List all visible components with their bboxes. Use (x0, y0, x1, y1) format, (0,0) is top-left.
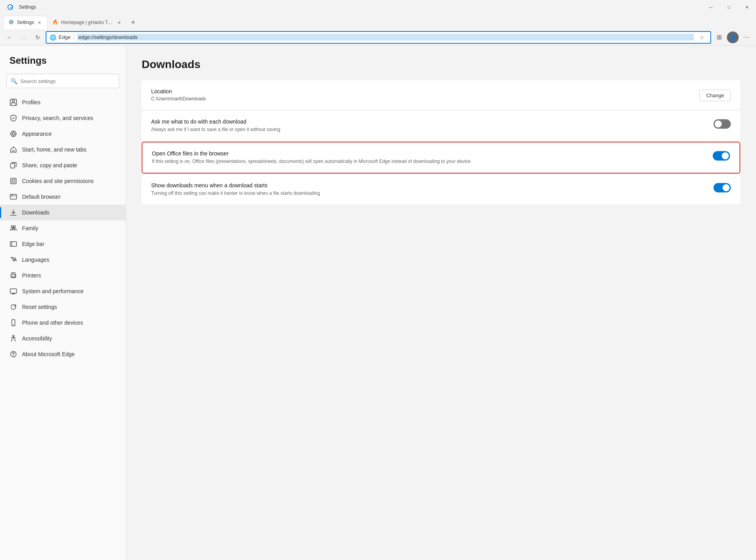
sidebar-item-start-home-label: Start, home, and new tabs (22, 146, 86, 153)
sidebar-item-accessibility-label: Accessibility (22, 335, 52, 342)
search-input[interactable] (20, 78, 115, 84)
open-office-toggle[interactable] (713, 151, 730, 161)
sidebar-item-system-label: System and performance (22, 288, 83, 294)
sidebar-item-languages[interactable]: Languages (0, 252, 126, 268)
open-office-card: Open Office files in the browser If this… (142, 142, 740, 174)
show-downloads-slider (713, 183, 731, 192)
close-button[interactable]: ✕ (738, 0, 756, 14)
show-downloads-title: Show downloads menu when a download star… (151, 182, 707, 189)
sidebar-item-start-home[interactable]: Start, home, and new tabs (0, 142, 126, 157)
location-row: Location C:\Users\marti\Downloads Change (142, 80, 740, 110)
forward-button[interactable]: → (17, 31, 30, 44)
address-url[interactable]: edge://settings/downloads (77, 34, 694, 41)
sidebar-item-accessibility[interactable]: Accessibility (0, 331, 126, 346)
system-icon (9, 287, 17, 295)
sidebar-item-about-label: About Microsoft Edge (22, 351, 75, 357)
sidebar-item-profiles[interactable]: Profiles (0, 94, 126, 110)
back-button[interactable]: ← (3, 31, 16, 44)
sidebar-title: Settings (0, 55, 126, 74)
ask-download-row: Ask me what to do with each download Alw… (142, 111, 740, 141)
svg-rect-9 (11, 163, 15, 168)
browser-content: Settings 🔍 Profiles Privacy, search, and… (0, 46, 756, 560)
search-box[interactable]: 🔍 (6, 74, 119, 88)
change-button[interactable]: Change (699, 90, 731, 101)
ask-download-card: Ask me what to do with each download Alw… (142, 111, 740, 141)
svg-rect-10 (11, 178, 16, 184)
sidebar-item-cookies[interactable]: Cookies and site permissions (0, 173, 126, 189)
sidebar-item-printers[interactable]: Printers (0, 268, 126, 283)
profile-button[interactable]: 👤 (727, 31, 739, 43)
active-tab-title: Settings (19, 4, 36, 10)
sidebar-item-default-browser-label: Default browser (22, 194, 61, 200)
nav-bar: ← → ↻ 🌐 Edge edge://settings/downloads ☆… (0, 29, 756, 46)
sidebar-item-appearance-label: Appearance (22, 131, 52, 137)
profiles-icon (9, 98, 17, 106)
printers-icon (9, 272, 17, 279)
tab-settings-label: Settings (17, 20, 34, 25)
start-home-icon (9, 146, 17, 153)
edge-bar-icon (9, 240, 17, 248)
ask-download-toggle[interactable] (713, 119, 731, 129)
svg-point-36 (13, 356, 14, 357)
share-copy-icon (9, 161, 17, 169)
svg-rect-12 (14, 179, 15, 181)
tab-settings-close[interactable]: ✕ (36, 19, 43, 26)
ask-download-slider (713, 119, 731, 129)
appearance-icon (9, 130, 17, 138)
location-card: Location C:\Users\marti\Downloads Change (142, 80, 740, 110)
svg-point-27 (15, 275, 16, 276)
tab-ghacks[interactable]: 🔥 Homepage | gHacks Technology ✕ (48, 16, 126, 29)
address-actions: ☆ (696, 32, 707, 43)
family-icon (9, 224, 17, 232)
sidebar-item-edge-bar-label: Edge bar (22, 241, 44, 247)
sidebar-item-languages-label: Languages (22, 257, 49, 263)
favorites-button[interactable]: ☆ (696, 32, 707, 43)
maximize-button[interactable]: □ (720, 0, 738, 14)
privacy-icon (9, 114, 17, 122)
sidebar-item-privacy[interactable]: Privacy, search, and services (0, 110, 126, 126)
sidebar-item-privacy-label: Privacy, search, and services (22, 115, 93, 121)
new-tab-button[interactable]: + (126, 16, 140, 29)
collections-button[interactable]: ⊞ (713, 31, 725, 44)
svg-point-18 (12, 195, 13, 196)
tab-ghacks-close[interactable]: ✕ (117, 19, 122, 26)
svg-rect-28 (10, 289, 17, 293)
sidebar-item-phone[interactable]: Phone and other devices (0, 315, 126, 331)
show-downloads-toggle[interactable] (713, 183, 731, 192)
tab-ghacks-icon: 🔥 (52, 19, 59, 26)
ask-download-title: Ask me what to do with each download (151, 118, 707, 125)
minimize-button[interactable]: — (702, 0, 720, 14)
svg-point-4 (12, 133, 15, 135)
content-area: Downloads Location C:\Users\marti\Downlo… (126, 46, 756, 560)
location-info: Location C:\Users\marti\Downloads (151, 88, 693, 102)
default-browser-icon (9, 193, 17, 201)
sidebar-item-edge-bar[interactable]: Edge bar (0, 236, 126, 252)
sidebar-item-printers-label: Printers (22, 272, 41, 279)
tab-settings[interactable]: ⚙️ Settings ✕ (3, 16, 48, 29)
ask-download-desc: Always ask me if I want to save a file o… (151, 126, 707, 133)
open-office-title: Open Office files in the browser (152, 150, 706, 157)
svg-point-20 (11, 226, 13, 228)
more-button[interactable]: ··· (740, 31, 753, 44)
sidebar-item-default-browser[interactable]: Default browser (0, 189, 126, 205)
sidebar-item-share-copy[interactable]: Share, copy and paste (0, 157, 126, 173)
address-bar[interactable]: 🌐 Edge edge://settings/downloads ☆ (46, 31, 711, 44)
svg-point-32 (13, 325, 14, 325)
languages-icon (9, 256, 17, 264)
sidebar-item-reset[interactable]: Reset settings (0, 299, 126, 315)
sidebar-item-share-copy-label: Share, copy and paste (22, 162, 77, 168)
sidebar-item-downloads-label: Downloads (22, 209, 49, 216)
sidebar-item-downloads[interactable]: Downloads (0, 205, 126, 220)
edge-logo-icon (7, 4, 13, 10)
sidebar-item-appearance[interactable]: Appearance (0, 126, 126, 142)
settings-sidebar: Settings 🔍 Profiles Privacy, search, and… (0, 46, 126, 560)
svg-point-21 (14, 226, 16, 228)
accessibility-icon (9, 335, 17, 342)
sidebar-item-system[interactable]: System and performance (0, 283, 126, 299)
sidebar-item-reset-label: Reset settings (22, 304, 57, 310)
refresh-button[interactable]: ↻ (31, 31, 44, 44)
tab-ghacks-label: Homepage | gHacks Technology (61, 20, 114, 25)
sidebar-item-family[interactable]: Family (0, 220, 126, 236)
svg-point-17 (11, 195, 12, 196)
sidebar-item-about[interactable]: About Microsoft Edge (0, 346, 126, 362)
